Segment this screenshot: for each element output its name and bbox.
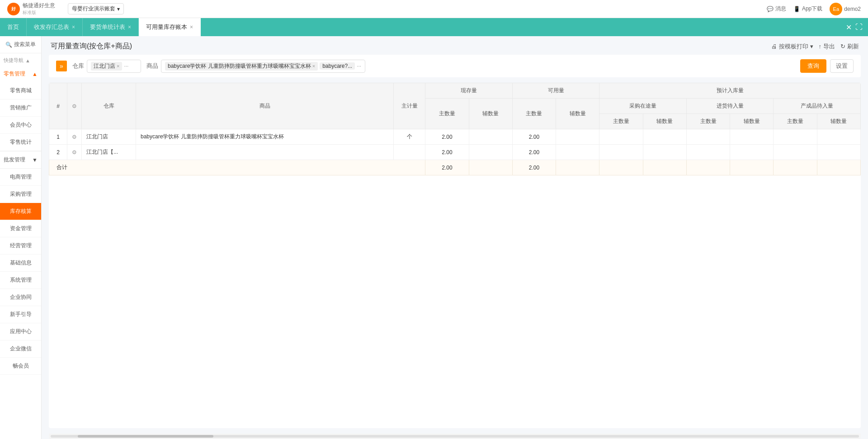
product-tag-2: babycare?... <box>320 62 355 70</box>
product-more[interactable]: ··· <box>357 63 361 69</box>
logo-icon: 好 <box>7 3 20 15</box>
th-purchase-in: 采购在途量 <box>599 99 687 114</box>
remove-warehouse-tag[interactable]: × <box>117 63 119 69</box>
query-button[interactable]: 查询 <box>800 59 826 73</box>
remove-product-tag-1[interactable]: × <box>312 63 315 69</box>
user-menu[interactable]: Ea demo2 <box>830 3 861 15</box>
product-tag-1: babycare学饮杯 儿童防摔防撞吸管杯重力球吸嘴杯宝宝水杯 × <box>165 62 318 71</box>
sidebar-item-retail-mall[interactable]: 零售商城 <box>0 82 41 99</box>
data-table-container: # ⚙ 仓库 商品 主计量 现存量 可用量 预计入库量 主数量 辅数量 主数量 … <box>49 83 861 428</box>
sidebar-item-enterprise-wechat[interactable]: 企业微信 <box>0 340 41 358</box>
settings-button[interactable]: 设置 <box>830 59 854 73</box>
search-menu-btn[interactable]: 🔍 搜索菜单 <box>4 41 38 48</box>
top-bar: 好 畅捷通好生意 标准版 母婴行业演示账套 ▾ 💬 消息 📱 App下载 Ea … <box>0 0 868 18</box>
product-label: 商品 <box>146 62 158 70</box>
cell-main-unit: 个 <box>394 129 425 145</box>
sidebar-item-retail-stats[interactable]: 零售统计 <box>0 134 41 151</box>
warehouse-more[interactable]: ··· <box>124 63 128 69</box>
chevron-down-icon: ▾ <box>117 6 120 12</box>
quick-nav-label[interactable]: 快捷导航 ▲ <box>0 53 41 66</box>
th-product-main: 主数量 <box>774 114 817 129</box>
th-avail-aux: 辅数量 <box>556 99 599 129</box>
cell-purchase-main <box>599 129 643 145</box>
export-btn[interactable]: ↑ 导出 <box>819 42 835 51</box>
th-goods-waiting: 进货待入量 <box>686 99 774 114</box>
logo: 好 畅捷通好生意 标准版 <box>7 2 55 16</box>
sidebar-item-wholesale-mgmt[interactable]: 批发管理 ▼ <box>0 151 41 168</box>
footer-purchase-main <box>599 160 643 175</box>
tab-nav-actions: ✕ ⛶ <box>840 18 868 36</box>
logo-text: 畅捷通好生意 标准版 <box>23 2 55 16</box>
cell-purchase-aux <box>643 129 686 145</box>
content-area: 可用量查询(按仓库+商品) 🖨 按模板打印 ▾ ↑ 导出 ↻ 刷新 <box>42 36 868 439</box>
cell-gear[interactable]: ⚙ <box>67 129 82 145</box>
template-print-btn[interactable]: 🖨 按模板打印 ▾ <box>771 42 813 51</box>
table-row: 1 ⚙ 江北门店 babycare学饮杯 儿童防摔防撞吸管杯重力球吸嘴杯宝宝水杯… <box>49 129 861 145</box>
sidebar-item-vip-member[interactable]: 畅会员 <box>0 358 41 375</box>
th-planned-in: 预计入库量 <box>599 83 861 99</box>
sidebar-item-ecommerce[interactable]: 电商管理 <box>0 169 41 186</box>
sidebar-item-purchase[interactable]: 采购管理 <box>0 186 41 203</box>
cell-avail-aux <box>556 129 599 145</box>
maximize-btn[interactable]: ⛶ <box>855 23 863 31</box>
cell-gear[interactable]: ⚙ <box>67 145 82 160</box>
filter-toggle-btn[interactable]: » <box>56 61 67 71</box>
tab-receive[interactable]: 收发存汇总表 × <box>27 18 83 36</box>
footer-stock-aux <box>469 160 512 175</box>
refresh-icon: ↻ <box>840 43 845 50</box>
cell-stock-aux <box>469 129 512 145</box>
cell-stock-main: 2.00 <box>425 145 469 160</box>
th-product-waiting: 产成品待入量 <box>774 99 861 114</box>
tab-order[interactable]: 要货单统计表 × <box>83 18 139 36</box>
sidebar-item-marketing[interactable]: 营销推广 <box>0 99 41 117</box>
sidebar-item-inventory[interactable]: 库存核算 <box>0 203 41 220</box>
footer-product-aux <box>817 160 860 175</box>
footer-goods-aux <box>730 160 774 175</box>
sidebar-item-operations[interactable]: 经营管理 <box>0 237 41 255</box>
close-tab-receive[interactable]: × <box>72 24 75 30</box>
top-bar-right: 💬 消息 📱 App下载 Ea demo2 <box>767 3 861 15</box>
tab-available[interactable]: 可用量库存账本 × <box>139 18 201 36</box>
scroll-thumb[interactable] <box>78 435 213 438</box>
cell-product-aux <box>817 145 860 160</box>
app-download-btn[interactable]: 📱 App下载 <box>793 5 822 13</box>
page-header: 可用量查询(按仓库+商品) 🖨 按模板打印 ▾ ↑ 导出 ↻ 刷新 <box>42 36 868 55</box>
th-stock-aux: 辅数量 <box>469 99 512 129</box>
message-btn[interactable]: 💬 消息 <box>767 5 786 13</box>
enterprise-selector[interactable]: 母婴行业演示账套 ▾ <box>68 3 124 14</box>
cell-warehouse: 江北门店【... <box>82 145 136 160</box>
sidebar-item-new-guide[interactable]: 新手引导 <box>0 306 41 323</box>
horizontal-scrollbar[interactable] <box>49 434 861 439</box>
warehouse-input[interactable]: 江北门店 × ··· <box>87 60 141 73</box>
sidebar-item-finance[interactable]: 资金管理 <box>0 220 41 237</box>
cell-warehouse: 江北门店 <box>82 129 136 145</box>
tab-home[interactable]: 首页 <box>0 18 27 36</box>
sidebar-item-retail-mgmt[interactable]: 零售管理 ▲ <box>0 66 41 82</box>
sidebar-group-retail: 零售管理 ▲ 零售商城 营销推广 会员中心 零售统计 <box>0 66 41 151</box>
footer-purchase-aux <box>643 160 686 175</box>
th-purchase-main: 主数量 <box>599 114 643 129</box>
refresh-btn[interactable]: ↻ 刷新 <box>840 42 859 51</box>
print-icon: 🖨 <box>771 43 777 50</box>
scroll-track <box>51 435 859 438</box>
export-icon: ↑ <box>819 43 822 50</box>
cell-purchase-main <box>599 145 643 160</box>
sidebar-item-member-center[interactable]: 会员中心 <box>0 117 41 134</box>
th-goods-main: 主数量 <box>686 114 730 129</box>
product-input[interactable]: babycare学饮杯 儿童防摔防撞吸管杯重力球吸嘴杯宝宝水杯 × babyca… <box>161 60 365 73</box>
th-goods-aux: 辅数量 <box>730 114 774 129</box>
sidebar-item-enterprise-collab[interactable]: 企业协同 <box>0 289 41 306</box>
th-gear[interactable]: ⚙ <box>67 83 82 129</box>
warehouse-label: 仓库 <box>72 62 84 70</box>
close-tab-available[interactable]: × <box>190 24 193 30</box>
sidebar-item-basic-info[interactable]: 基础信息 <box>0 255 41 272</box>
close-tab-order[interactable]: × <box>128 24 131 30</box>
table-row: 2 ⚙ 江北门店【... 2.00 2.00 <box>49 145 861 160</box>
sidebar-group-wholesale: 批发管理 ▼ <box>0 151 41 169</box>
th-seq: # <box>49 83 67 129</box>
footer-stock-main: 2.00 <box>425 160 469 175</box>
sidebar-item-app-center[interactable]: 应用中心 <box>0 323 41 340</box>
sidebar-item-system[interactable]: 系统管理 <box>0 272 41 289</box>
close-all-tabs-btn[interactable]: ✕ <box>846 23 852 32</box>
cell-goods-main <box>686 129 730 145</box>
